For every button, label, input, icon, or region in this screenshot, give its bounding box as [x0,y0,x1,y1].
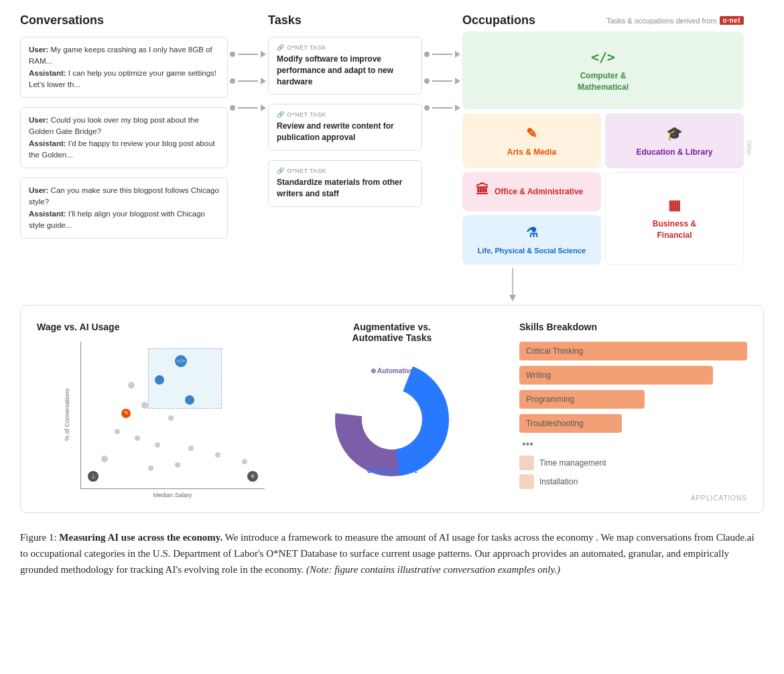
skill-bar-troubleshooting: Troubleshooting [519,414,622,433]
arrow-2 [230,78,266,84]
occ-label-life: Life, Physical & Social Science [478,246,586,256]
scatter-area: % of Conversations </> ✎ [80,342,265,489]
task-title-3: Standardize materials from other writers… [277,177,413,200]
scatter-x-label: Median Salary [80,492,265,498]
scatter-dot-arts: ✎ [121,409,131,418]
skills-panel: Skills Breakdown Critical Thinking Writi… [519,322,747,502]
tline-2 [432,80,452,82]
occ-label-business: Business &Financial [653,218,696,241]
figure-caption: Figure 1: Measuring AI use across the ec… [20,529,764,578]
top-row: Conversations User: My game keeps crashi… [20,13,764,265]
sg5 [135,435,140,441]
scatter-icon-bottom-left: ⚓ [88,471,99,482]
task-icon-1: 🔗 [277,44,285,51]
analysis-box: Wage vs. AI Usage % of Conversations </>… [20,305,764,513]
tarrowhead-1 [455,51,460,58]
occ-label-computer: Computer &Mathematical [578,70,629,93]
skill-bar-critical: Critical Thinking [519,342,747,360]
down-arrow-svg [503,268,523,301]
main-diagram: Conversations User: My game keeps crashi… [20,13,764,513]
line-1 [238,54,258,55]
sg8 [215,452,220,458]
conv1-user-text: My game keeps crashing as I only have 8G… [29,46,212,65]
occ-cell-office: 🏛 Office & Administrative [462,172,601,211]
sg12 [148,466,153,471]
task-title-1: Modify software to improve performance a… [277,54,413,87]
tarrow-3 [424,105,460,111]
task-badge-2: 🔗 O*NET TASK [277,111,413,118]
skill-sm-label-2: Installation [539,477,578,486]
conv3-assistant-label: Assistant: [29,210,68,218]
skill-bar-writing: Writing [519,366,713,385]
sg4 [115,429,120,434]
tasks-label: Tasks [268,13,422,27]
conv3-user-text: Can you make sure this blogpost follows … [29,186,219,206]
line-2 [238,80,258,82]
conv-card-3: User: Can you make sure this blogpost fo… [20,178,228,239]
task-card-2: 🔗 O*NET TASK Review and rewrite content … [268,104,422,151]
conv3-user-label: User: [29,186,51,194]
donut-container: ⊕ Automative ⊕ Augmentative [332,359,452,480]
occ-icon-business: ▦ [668,196,681,214]
occupations-label: Occupations [462,13,535,27]
skill-label-critical: Critical Thinking [526,346,583,356]
conversations-column: Conversations User: My game keeps crashi… [20,13,228,248]
augmentative-label: ⊕ Augmentative [367,467,418,474]
occ-label-arts: Arts & Media [507,147,556,158]
aug-panel: Augmentative vs.Automative Tasks ⊕ Autom… [278,322,506,502]
scatter-icon-bottom-right: ⚙ [247,471,258,482]
occ-icon-education: 🎓 [666,124,683,143]
occ-grid-wrapper: </> Computer &Mathematical ✎ Arts & Medi… [462,31,744,265]
conv2-assistant-label: Assistant: [29,139,68,147]
onet-attribution-text: Tasks & occupations derived from [606,17,716,25]
arrowhead-3 [261,105,266,111]
scatter-y-label: % of Conversations [64,389,70,441]
sg1 [128,382,135,389]
sg3 [168,415,174,421]
conv1-user-label: User: [29,46,51,54]
donut-hole [363,390,421,449]
occ-icon-office: 🏛 [476,180,489,199]
wage-panel-title: Wage vs. AI Usage [37,322,265,332]
occ-cell-life: ⚗ Life, Physical & Social Science [462,215,601,264]
occ-icon-computer: </> [591,48,615,66]
occ-cell-computer: </> Computer &Mathematical [462,31,744,109]
onet-attribution: Tasks & occupations derived from o·net [606,16,744,25]
tdot-2 [424,78,430,84]
occ-cell-education: 🎓 Education & Library [605,113,744,169]
dot-2 [230,78,235,84]
skills-ellipsis: ••• [522,438,747,450]
task-title-2: Review and rewrite content for publicati… [277,121,413,143]
scatter-highlight [148,348,222,409]
down-arrowhead [509,295,516,301]
arrowhead-2 [261,78,266,84]
automative-label: ⊕ Automative [371,367,414,375]
skill-small-2: Installation [519,474,747,489]
tarrowhead-2 [455,78,460,84]
conv-card-1: User: My game keeps crashing as I only h… [20,37,228,98]
donut-svg [332,359,452,480]
task-icon-3: 🔗 [277,167,285,174]
tline-3 [432,107,452,109]
skill-sm-box-2 [519,474,534,489]
skill-label-writing: Writing [526,370,551,380]
sg2 [141,402,148,409]
conv1-assistant-label: Assistant: [29,69,68,77]
arrowhead-1 [261,51,266,58]
skill-label-programming: Programming [526,395,574,404]
conversations-label: Conversations [20,13,228,27]
occupations-column: Occupations Tasks & occupations derived … [462,13,744,265]
conv-card-2: User: Could you look over my blog post a… [20,107,228,168]
tarrow-1 [424,51,460,58]
task-badge-1: 🔗 O*NET TASK [277,44,413,51]
task-card-3: 🔗 O*NET TASK Standardize materials from … [268,160,422,207]
skill-sm-box-1 [519,456,534,470]
caption-figure-label: Figure 1: [20,532,59,543]
task-icon-2: 🔗 [277,111,285,118]
skill-bar-programming: Programming [519,390,645,409]
occ-label-office: Office & Administrative [495,186,583,198]
tasks-column: Tasks 🔗 O*NET TASK Modify software to im… [268,13,422,216]
occ-icon-life: ⚗ [526,223,538,242]
tdot-1 [424,52,430,57]
tdot-3 [424,105,430,111]
